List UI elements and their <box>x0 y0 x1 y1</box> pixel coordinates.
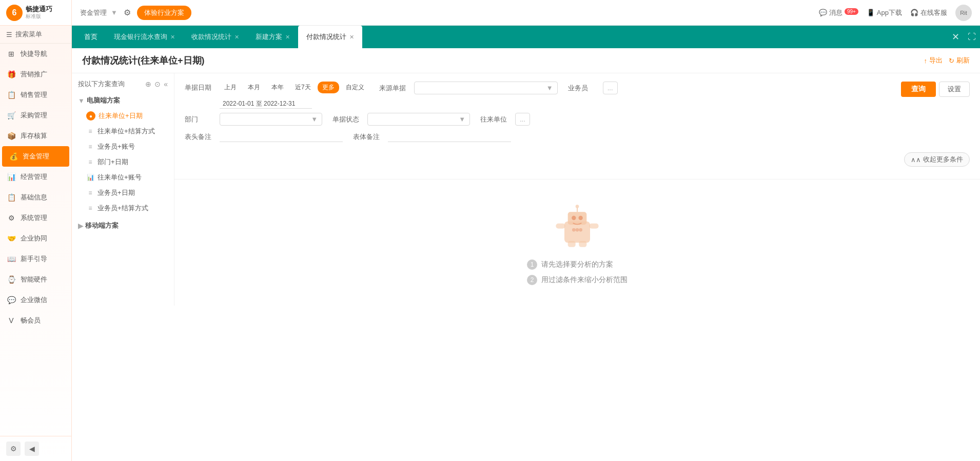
scheme-item-counterpart-account[interactable]: 📊 往来单位+账号 <box>72 170 174 185</box>
filter-row-2: 部门 ▼ 单据状态 ▼ <box>185 113 970 126</box>
filter-counterpart-ellipsis[interactable]: ... <box>515 113 530 126</box>
scheme-panel-header: 按以下方案查询 ⊕ ⊙ « <box>72 79 174 93</box>
scheme-add-icon[interactable]: ⊕ <box>145 80 151 88</box>
date-range-input[interactable] <box>220 99 312 109</box>
sidebar-item-quick-nav[interactable]: ⊞ 快捷导航 <box>0 44 71 64</box>
filter-salesperson-ellipsis[interactable]: ... <box>603 82 618 94</box>
nav-label: 快捷导航 <box>21 49 47 58</box>
tabbar-expand-icon[interactable]: ⛶ <box>968 32 976 42</box>
sidebar-item-purchase[interactable]: 🛒 采购管理 <box>0 105 71 126</box>
filter-salesperson-label: 业务员 <box>568 84 599 93</box>
sidebar-item-guide[interactable]: 📖 新手引导 <box>0 249 71 269</box>
filter-settings-button[interactable]: 设置 <box>939 82 970 97</box>
hint-2-text: 用过滤条件来缩小分析范围 <box>541 275 628 285</box>
nav-label: 采购管理 <box>21 111 47 120</box>
date-tab-this-year[interactable]: 本年 <box>267 82 288 93</box>
tab-payments-close-icon[interactable]: ✕ <box>349 34 354 41</box>
sidebar-item-sales[interactable]: 📋 销售管理 <box>0 85 71 105</box>
filter-source-label: 来源单据 <box>379 84 410 93</box>
nav-label: 新手引导 <box>21 254 47 264</box>
header-note-input[interactable] <box>220 132 343 142</box>
scheme-item-dept-date[interactable]: ≡ 部门+日期 <box>72 154 174 170</box>
tab-bank-flow-close-icon[interactable]: ✕ <box>170 34 175 41</box>
date-tab-last-month[interactable]: 上月 <box>220 82 241 93</box>
body-note-input[interactable] <box>388 132 511 142</box>
sidebar-item-inventory[interactable]: 📦 库存核算 <box>0 126 71 146</box>
date-tab-this-month[interactable]: 本月 <box>243 82 265 93</box>
filter-actions-row: ∧∧ 收起更多条件 <box>185 148 970 171</box>
sidebar-item-weixin[interactable]: 💬 企业微信 <box>0 290 71 310</box>
sidebar-item-membership[interactable]: V 畅会员 <box>0 310 71 331</box>
export-icon: ↑ <box>924 57 928 65</box>
tabbar: 首页 现金银行流水查询 ✕ 收款情况统计 ✕ 新建方案 ✕ 付款情况统计 ✕ ✕… <box>72 26 980 48</box>
scheme-settings-icon[interactable]: ⊙ <box>154 80 161 88</box>
sidebar-item-system[interactable]: ⚙ 系统管理 <box>0 208 71 228</box>
empty-state-illustration <box>552 200 603 251</box>
hardware-icon: ⌚ <box>6 274 16 285</box>
purchase-icon: 🛒 <box>6 110 16 121</box>
date-tab-custom[interactable]: 自定义 <box>341 82 369 93</box>
page-header: 付款情况统计(往来单位+日期) ↑ 导出 ↻ 刷新 <box>72 48 980 73</box>
tab-home[interactable]: 首页 <box>76 26 106 48</box>
export-button[interactable]: ↑ 导出 <box>924 56 943 65</box>
date-tab-more[interactable]: 更多 <box>318 82 339 93</box>
scheme-group-mobile-label: 移动端方案 <box>85 221 119 230</box>
sidebar-item-finance[interactable]: 💰 资金管理 <box>2 146 69 167</box>
search-label: 搜索菜单 <box>15 30 42 39</box>
scheme-item-salesperson-date[interactable]: ≡ 业务员+日期 <box>72 185 174 201</box>
chevron-right-icon: ▶ <box>78 222 83 230</box>
doc-status-select[interactable]: ▼ <box>367 113 470 126</box>
sidebar-item-hardware[interactable]: ⌚ 智能硬件 <box>0 269 71 290</box>
tab-bank-flow[interactable]: 现金银行流水查询 ✕ <box>106 26 183 48</box>
query-button[interactable]: 查询 <box>901 82 936 97</box>
notifications-label: 消息 <box>829 8 842 17</box>
scheme-group-pc-header[interactable]: ▼ 电脑端方案 <box>72 93 174 108</box>
sidebar-settings-button[interactable]: ⚙ <box>6 442 21 456</box>
scheme-item-salesperson-account[interactable]: ≡ 业务员+账号 <box>72 139 174 154</box>
user-avatar[interactable]: Rit <box>955 5 972 21</box>
svg-point-3 <box>579 216 583 220</box>
sidebar-item-marketing[interactable]: 🎁 营销推广 <box>0 64 71 85</box>
notifications-button[interactable]: 💬 消息 99+ <box>819 8 858 17</box>
sidebar-item-operation[interactable]: 📊 经营管理 <box>0 167 71 187</box>
date-tabs: 上月 本月 本年 近7天 更多 自定义 <box>220 82 369 93</box>
tab-new-scheme[interactable]: 新建方案 ✕ <box>247 26 298 48</box>
empty-hint-1: 1 请先选择要分析的方案 <box>527 259 628 270</box>
sidebar-item-basic-info[interactable]: 📋 基础信息 <box>0 187 71 208</box>
source-doc-chevron-icon: ▼ <box>546 84 553 92</box>
date-tab-last-7days[interactable]: 近7天 <box>290 82 316 93</box>
topbar-settings-icon[interactable]: ⚙ <box>124 8 131 17</box>
sidebar-item-enterprise[interactable]: 🤝 企业协同 <box>0 228 71 249</box>
scheme-item-label: 往来单位+账号 <box>97 173 142 182</box>
scheme-item-label: 业务员+日期 <box>97 188 135 197</box>
membership-icon: V <box>6 315 16 326</box>
filter-header-note-item: 表头备注 <box>185 132 343 142</box>
tab-payments-stats[interactable]: 付款情况统计 ✕ <box>298 26 362 48</box>
tab-receipts-close-icon[interactable]: ✕ <box>234 34 239 41</box>
scheme-item-counterpart-settle[interactable]: ≡ 往来单位+结算方式 <box>72 124 174 139</box>
refresh-label: 刷新 <box>956 56 970 65</box>
refresh-button[interactable]: ↻ 刷新 <box>949 56 970 65</box>
tab-receipts-stats[interactable]: 收款情况统计 ✕ <box>183 26 247 48</box>
scheme-collapse-icon[interactable]: « <box>164 80 168 88</box>
tabbar-close-all-icon[interactable]: ✕ <box>948 31 964 43</box>
scheme-item-counterpart-date[interactable]: ● 往来单位+日期 <box>72 108 174 124</box>
search-icon: ☰ <box>6 31 12 38</box>
system-icon: ⚙ <box>6 213 16 223</box>
search-menu[interactable]: ☰ 搜索菜单 <box>0 26 71 44</box>
filter-header-note-label: 表头备注 <box>185 132 215 142</box>
source-doc-select[interactable]: ▼ <box>414 82 558 94</box>
svg-point-11 <box>576 228 579 232</box>
tab-new-scheme-close-icon[interactable]: ✕ <box>285 34 290 41</box>
online-service-button[interactable]: 🎧 在线客服 <box>910 8 947 17</box>
sidebar-collapse-button[interactable]: ◀ <box>25 442 39 456</box>
collapse-conditions-button[interactable]: ∧∧ 收起更多条件 <box>904 152 970 167</box>
scheme-group-mobile-header[interactable]: ▶ 移动端方案 <box>72 218 174 233</box>
enterprise-icon: 🤝 <box>6 233 16 244</box>
dept-select[interactable]: ▼ <box>220 113 322 126</box>
app-download-button[interactable]: 📱 App下载 <box>867 8 902 17</box>
filter-counterpart-label: 往来单位 <box>480 115 511 124</box>
service-icon: 🎧 <box>910 9 918 16</box>
trial-button[interactable]: 体验行业方案 <box>137 6 191 20</box>
scheme-item-salesperson-settle[interactable]: ≡ 业务员+结算方式 <box>72 201 174 216</box>
